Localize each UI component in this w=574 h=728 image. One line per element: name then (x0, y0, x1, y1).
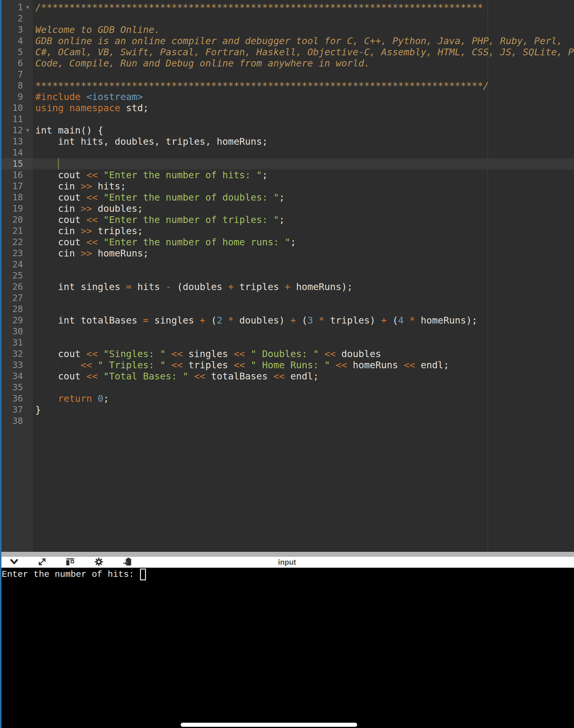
gutter-line-number[interactable]: 3 (0, 24, 33, 35)
gutter-line-number[interactable]: 17 (0, 181, 33, 192)
code-line[interactable]: int singles = hits - (doubles + triples … (33, 281, 574, 292)
code-line[interactable]: ****************************************… (33, 80, 574, 91)
code-line[interactable]: int hits, doubles, triples, homeRuns; (33, 136, 574, 147)
code-line[interactable] (33, 415, 574, 427)
code-line[interactable]: Code, Compile, Run and Debug online from… (33, 58, 574, 69)
code-line[interactable] (33, 114, 574, 125)
code-line[interactable]: } (33, 404, 574, 415)
code-line[interactable]: cout << "Enter the number of hits: "; (33, 169, 574, 181)
indent-guide (58, 359, 58, 371)
home-indicator-bar[interactable] (181, 723, 357, 727)
code-line[interactable]: cin >> homeRuns; (33, 248, 574, 259)
editor-gutter[interactable]: 1▾23456789101112▾13141516171819202122232… (0, 0, 33, 552)
gutter-line-number[interactable]: 12▾ (0, 125, 33, 136)
code-editor[interactable]: /***************************************… (0, 0, 574, 552)
gutter-line-number[interactable]: 36 (0, 393, 33, 404)
fold-toggle-icon[interactable]: ▾ (24, 125, 31, 136)
gutter-line-number[interactable]: 34 (0, 371, 33, 382)
gutter-line-number[interactable]: 5 (0, 46, 33, 58)
gutter-line-number[interactable]: 18 (0, 192, 33, 203)
gutter-line-number[interactable]: 7 (0, 69, 33, 80)
gutter-line-number[interactable]: 16 (0, 169, 33, 181)
code-line[interactable]: GDB online is an online compiler and deb… (33, 35, 574, 46)
console-tab-label: input (0, 557, 574, 568)
code-line[interactable]: Welcome to GDB Online. (33, 24, 574, 35)
gutter-line-number[interactable]: 2 (0, 13, 33, 24)
code-line[interactable]: cin >> doubles; (33, 203, 574, 214)
gutter-line-number[interactable]: 11 (0, 114, 33, 125)
code-line[interactable]: #include <iostream> (33, 91, 574, 102)
code-line[interactable]: int totalBases = singles + (2 * doubles)… (33, 315, 574, 326)
editor-cursor (58, 158, 59, 169)
left-edge-accent (0, 0, 1, 728)
gutter-line-number[interactable]: 30 (0, 326, 33, 337)
gutter-line-number[interactable]: 33 (0, 359, 33, 371)
gutter-line-number[interactable]: 10 (0, 102, 33, 114)
code-line[interactable]: << " Triples: " << triples << " Home Run… (33, 359, 574, 371)
gutter-line-number[interactable]: 9 (0, 91, 33, 102)
code-line[interactable] (33, 337, 574, 348)
code-line[interactable]: int main() { (33, 125, 574, 136)
gutter-line-number[interactable]: 8 (0, 80, 33, 91)
code-line[interactable] (33, 304, 574, 315)
gutter-line-number[interactable]: 15 (0, 158, 33, 169)
code-line[interactable] (33, 292, 574, 304)
code-line[interactable]: cout << "Total Bases: " << totalBases <<… (33, 371, 574, 382)
gutter-line-number[interactable]: 22 (0, 237, 33, 248)
code-line[interactable]: cout << "Enter the number of home runs: … (33, 237, 574, 248)
gutter-line-number[interactable]: 26 (0, 281, 33, 292)
console-resize-handle[interactable] (0, 552, 574, 557)
code-line[interactable]: C#, OCaml, VB, Swift, Pascal, Fortran, H… (33, 46, 574, 58)
code-line[interactable] (33, 259, 574, 270)
gutter-line-number[interactable]: 21 (0, 225, 33, 237)
code-line[interactable] (33, 158, 574, 169)
gutter-line-number[interactable]: 6 (0, 58, 33, 69)
gutter-line-number[interactable]: 28 (0, 304, 33, 315)
gutter-line-number[interactable]: 19 (0, 203, 33, 214)
gutter-line-number[interactable]: 27 (0, 292, 33, 304)
code-line[interactable] (33, 13, 574, 24)
gutter-line-number[interactable]: 23 (0, 248, 33, 259)
gutter-line-number[interactable]: 1▾ (0, 2, 33, 13)
code-line[interactable]: cin >> hits; (33, 181, 574, 192)
onlinegdb-app: /***************************************… (0, 0, 574, 728)
terminal[interactable]: Enter the number of hits: (0, 568, 574, 728)
code-line[interactable]: cout << "Enter the number of triples: "; (33, 214, 574, 225)
code-line[interactable] (33, 69, 574, 80)
gutter-line-number[interactable]: 25 (0, 270, 33, 281)
gutter-line-number[interactable]: 24 (0, 259, 33, 270)
console-toolbar: input (0, 557, 574, 568)
gutter-line-number[interactable]: 37 (0, 404, 33, 415)
gutter-line-number[interactable]: 31 (0, 337, 33, 348)
code-line[interactable]: cin >> triples; (33, 225, 574, 237)
code-line[interactable]: using namespace std; (33, 102, 574, 114)
gutter-line-number[interactable]: 29 (0, 315, 33, 326)
gutter-line-number[interactable]: 4 (0, 35, 33, 46)
code-line[interactable] (33, 382, 574, 393)
terminal-output-text: Enter the number of hits: (2, 568, 139, 581)
terminal-cursor (140, 568, 146, 580)
code-line[interactable] (33, 326, 574, 337)
fold-toggle-icon[interactable]: ▾ (24, 2, 31, 13)
code-line[interactable] (33, 147, 574, 158)
code-line[interactable]: cout << "Enter the number of doubles: "; (33, 192, 574, 203)
code-line[interactable] (33, 270, 574, 281)
indent-guide (81, 359, 81, 371)
gutter-line-number[interactable]: 38 (0, 415, 33, 427)
code-line[interactable]: return 0; (33, 393, 574, 404)
code-line[interactable]: cout << "Singles: " << singles << " Doub… (33, 348, 574, 359)
gutter-line-number[interactable]: 20 (0, 214, 33, 225)
code-line[interactable]: /***************************************… (33, 2, 574, 13)
gutter-line-number[interactable]: 13 (0, 136, 33, 147)
gutter-line-number[interactable]: 32 (0, 348, 33, 359)
gutter-line-number[interactable]: 14 (0, 147, 33, 158)
terminal-output-line: Enter the number of hits: (0, 568, 574, 581)
gutter-line-number[interactable]: 35 (0, 382, 33, 393)
